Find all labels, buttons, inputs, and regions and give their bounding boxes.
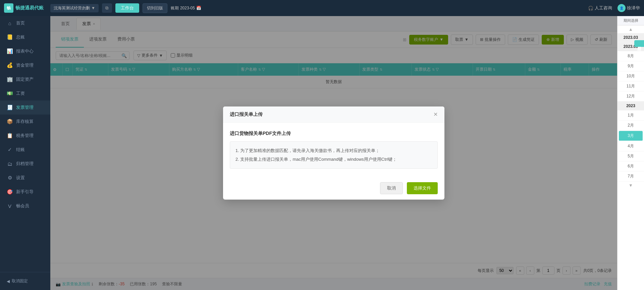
- modal-cancel-button[interactable]: 取消: [380, 182, 403, 194]
- modal-close-button[interactable]: ✕: [433, 111, 438, 118]
- fixed-icon: 🏢: [7, 76, 13, 82]
- tax-icon: 📋: [7, 133, 13, 139]
- modal-body: 进口货物报关单PDF文件上传 1. 为了更加精准的数据匹配，请先录入海关缴款书，…: [223, 123, 444, 177]
- sidebar-label-member: 畅会员: [16, 203, 29, 209]
- period-item-7[interactable]: 7月: [618, 171, 644, 182]
- sidebar-label-settings: 设置: [16, 175, 25, 181]
- service-button[interactable]: 🎧 人工咨询: [588, 5, 612, 11]
- modal-select-file-button[interactable]: 选择文件: [407, 182, 438, 194]
- sidebar-label-salary: 工资: [16, 90, 25, 96]
- modal-upload-title: 进口货物报关单PDF文件上传: [230, 131, 438, 137]
- period-item-8[interactable]: 8月: [618, 51, 644, 61]
- company-dropdown-arrow: ▼: [91, 6, 95, 10]
- sidebar-item-salary[interactable]: 💵 工资: [0, 86, 50, 100]
- period-item-5[interactable]: 5月: [618, 151, 644, 161]
- period-up-button[interactable]: ▲: [618, 25, 644, 33]
- period-item-4[interactable]: 4月: [618, 141, 644, 151]
- salary-icon: 💵: [7, 90, 13, 96]
- topbar-right: 🎧 人工咨询 👤 徐泽华: [588, 4, 640, 12]
- modal-info-box: 1. 为了更加精准的数据匹配，请先录入海关缴款书，再上传对应的报关单； 2. 支…: [230, 141, 438, 169]
- period-panel: 期间选择 ▲ 2023.03 2023.03 8月 9月 10月 11月 12月…: [617, 16, 644, 290]
- pin-icon: ◀: [7, 279, 10, 284]
- settings-icon: ⚙: [7, 175, 13, 181]
- sidebar-label-invoice: 发票管理: [16, 104, 34, 111]
- close-account-icon: ✓: [7, 147, 13, 153]
- copy-icon: ⧉: [105, 5, 108, 11]
- sidebar-item-report[interactable]: 📊 报表中心: [0, 44, 50, 58]
- sidebar-label-fund: 资金管理: [16, 62, 34, 68]
- sidebar-label-close: 结账: [16, 147, 25, 153]
- open-period-button[interactable]: 开启日期: [634, 40, 644, 47]
- user-avatar: 👤: [618, 4, 626, 12]
- switch-version-button[interactable]: 切到旧版: [143, 3, 167, 13]
- invoice-icon: 🧾: [7, 104, 13, 111]
- sidebar-item-fixed[interactable]: 🏢 固定资产: [0, 72, 50, 86]
- app-logo-icon: 畅: [4, 3, 13, 13]
- copy-company-button[interactable]: ⧉: [102, 3, 112, 13]
- period-item-2[interactable]: 2月: [618, 121, 644, 131]
- modal-footer: 取消 选择文件: [223, 177, 444, 200]
- sidebar-label-archive: 归档管理: [16, 161, 34, 167]
- sidebar-label-fixed: 固定资产: [16, 76, 34, 82]
- period-info: 账期 2023-05 📅: [171, 5, 201, 11]
- modal-info-item-1: 1. 为了更加精准的数据匹配，请先录入海关缴款书，再上传对应的报关单；: [235, 146, 432, 155]
- company-name: 沈海英测试经营勿删: [54, 5, 90, 11]
- sidebar-label-report: 报表中心: [16, 48, 34, 54]
- period-item-12[interactable]: 12月: [618, 91, 644, 101]
- avatar-icon: 👤: [620, 6, 624, 10]
- modal-overlay: 进口报关单上传 ✕ 进口货物报关单PDF文件上传 1. 为了更加精准的数据匹配，…: [50, 16, 617, 290]
- period-item-3[interactable]: 3月: [619, 131, 643, 141]
- guide-icon: 🎯: [7, 189, 13, 195]
- topbar: 畅 畅捷通易代账 沈海英测试经营勿删 ▼ ⧉ 工作台 切到旧版 账期 2023-…: [0, 0, 644, 16]
- sidebar-label-ledger: 总账: [16, 34, 25, 40]
- sidebar-item-close[interactable]: ✓ 结账: [0, 143, 50, 157]
- pin-sidebar-button[interactable]: ◀ 取消固定: [0, 276, 50, 287]
- member-icon: V: [7, 203, 13, 209]
- period-item-10[interactable]: 10月: [618, 71, 644, 81]
- calendar-icon[interactable]: 📅: [196, 6, 201, 10]
- modal-info-item-2: 2. 支持批量上传进口报关单，mac用户使用Command键，windows用户…: [235, 155, 432, 164]
- sidebar-item-ledger[interactable]: 📒 总账: [0, 30, 50, 44]
- user-info[interactable]: 👤 徐泽华: [618, 4, 640, 12]
- inventory-icon: 📦: [7, 119, 13, 125]
- sidebar-label-home: 首页: [16, 20, 25, 26]
- sidebar: ⌂ 首页 📒 总账 📊 报表中心 💰 资金管理 🏢 固定资产 💵 工资: [0, 16, 50, 290]
- app-logo: 畅 畅捷通易代账: [4, 3, 44, 13]
- user-name: 徐泽华: [627, 5, 640, 11]
- ledger-icon: 📒: [7, 34, 13, 40]
- period-item-6[interactable]: 6月: [618, 161, 644, 171]
- period-item-9[interactable]: 9月: [618, 61, 644, 71]
- home-icon: ⌂: [7, 20, 13, 26]
- sidebar-item-home[interactable]: ⌂ 首页: [0, 16, 50, 30]
- period-panel-header: 期间选择: [618, 16, 644, 25]
- fund-icon: 💰: [7, 62, 13, 68]
- modal-title: 进口报关单上传: [230, 112, 263, 118]
- modal-header: 进口报关单上传 ✕: [223, 106, 444, 123]
- sidebar-item-archive[interactable]: 🗂 归档管理: [0, 157, 50, 171]
- workspace-button[interactable]: 工作台: [115, 3, 139, 13]
- company-selector[interactable]: 沈海英测试经营勿删 ▼: [50, 4, 99, 12]
- sidebar-item-settings[interactable]: ⚙ 设置: [0, 171, 50, 185]
- report-icon: 📊: [7, 48, 13, 54]
- sidebar-label-inventory: 库存核算: [16, 119, 34, 125]
- app-name: 畅捷通易代账: [15, 5, 44, 11]
- period-item-1[interactable]: 1月: [618, 111, 644, 121]
- sidebar-label-tax: 税务管理: [16, 133, 34, 139]
- period-item-2023: 2023: [618, 101, 644, 111]
- period-item-11[interactable]: 11月: [618, 81, 644, 91]
- archive-icon: 🗂: [7, 161, 13, 167]
- sidebar-item-fund[interactable]: 💰 资金管理: [0, 58, 50, 72]
- period-down-button[interactable]: ▼: [618, 182, 644, 189]
- content-area: 首页 发票 × 销项发票 进项发票: [50, 16, 617, 290]
- sidebar-item-guide[interactable]: 🎯 新手引导: [0, 185, 50, 199]
- sidebar-item-member[interactable]: V 畅会员: [0, 199, 50, 213]
- sidebar-item-tax[interactable]: 📋 税务管理: [0, 129, 50, 143]
- sidebar-item-inventory[interactable]: 📦 库存核算: [0, 115, 50, 129]
- sidebar-label-guide: 新手引导: [16, 189, 34, 195]
- headset-icon: 🎧: [588, 6, 593, 11]
- sidebar-item-invoice[interactable]: 🧾 发票管理: [0, 100, 50, 115]
- modal-import-customs: 进口报关单上传 ✕ 进口货物报关单PDF文件上传 1. 为了更加精准的数据匹配，…: [223, 106, 444, 200]
